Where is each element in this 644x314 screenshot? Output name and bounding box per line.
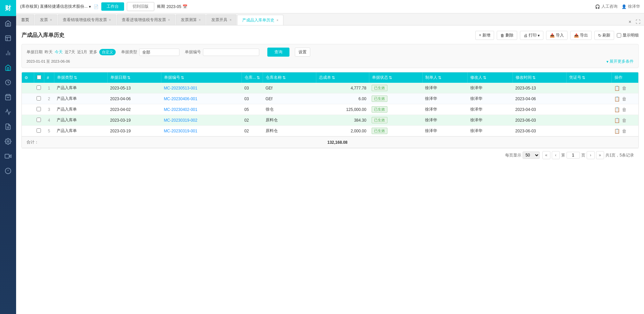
cell-number-0[interactable]: MC-20230513-001: [161, 83, 241, 93]
tab-history[interactable]: 产成品入库单历史 ×: [237, 15, 283, 25]
tab-home[interactable]: 首页: [16, 14, 34, 25]
cell-checkbox-2[interactable]: [34, 104, 44, 115]
per-page-select[interactable]: 20 50 100: [523, 151, 540, 159]
th-checkbox[interactable]: [34, 72, 44, 83]
date-7days[interactable]: 近7天: [65, 49, 75, 55]
th-status[interactable]: 单据状态⇅: [369, 72, 422, 83]
delete-btn-3[interactable]: 🗑: [622, 118, 627, 123]
edit-btn-0[interactable]: 📋: [614, 85, 620, 91]
first-page-btn[interactable]: «: [542, 151, 550, 159]
tab-invoice-close[interactable]: ×: [50, 18, 52, 22]
delete-btn-4[interactable]: 🗑: [622, 128, 627, 134]
th-total-cost[interactable]: 总成本⇅: [316, 72, 369, 83]
number-link-2[interactable]: MC-20230402-001: [164, 107, 197, 112]
period-calendar-icon[interactable]: 📅: [182, 4, 187, 9]
sidebar-item-warehouse[interactable]: [0, 60, 16, 75]
next-page-btn[interactable]: ›: [587, 151, 595, 159]
app-selector[interactable]: (库存核算) 直播轻捷通信息技术股份... ▾: [20, 4, 91, 9]
th-date[interactable]: 单据日期⇅: [107, 72, 161, 83]
doc-icon[interactable]: 📄: [94, 4, 99, 9]
sidebar-item-analytics[interactable]: [0, 46, 16, 60]
tab-sales-vat-close[interactable]: ×: [109, 18, 111, 22]
cell-number-1[interactable]: MC-20230406-001: [161, 93, 241, 104]
expand-conditions[interactable]: ▾ 展开更多条件: [606, 59, 634, 64]
tab-purchase-vat-close[interactable]: ×: [168, 18, 170, 22]
cell-number-3[interactable]: MC-20230319-002: [161, 115, 241, 126]
row-checkbox-4[interactable]: [37, 128, 41, 133]
oldver-button[interactable]: 切到旧版: [127, 2, 154, 11]
cell-checkbox-1[interactable]: [34, 93, 44, 104]
number-link-0[interactable]: MC-20230513-001: [164, 86, 197, 90]
row-checkbox-3[interactable]: [37, 118, 41, 122]
number-link-1[interactable]: MC-20230406-001: [164, 97, 197, 101]
delete-btn-1[interactable]: 🗑: [622, 96, 627, 102]
th-warehouse-name[interactable]: 仓库名称⇅: [263, 72, 316, 83]
tab-purchase-vat[interactable]: 查看进项增值税专用发票 ×: [117, 14, 175, 25]
app-dropdown-icon[interactable]: ▾: [89, 4, 91, 9]
sidebar-item-home[interactable]: [0, 16, 16, 31]
date-1month[interactable]: 近1月: [77, 49, 88, 55]
date-custom-tag[interactable]: 自定义: [99, 49, 116, 55]
sidebar-item-version[interactable]: [0, 164, 16, 178]
delete-btn-0[interactable]: 🗑: [622, 85, 627, 91]
tab-calc-close[interactable]: ×: [199, 18, 201, 22]
th-type[interactable]: 单据类型⇅: [54, 72, 107, 83]
cell-checkbox-4[interactable]: [34, 126, 44, 136]
date-today[interactable]: 今天: [55, 49, 63, 55]
date-yesterday[interactable]: 昨天: [45, 49, 53, 55]
print-button[interactable]: 🖨 打印 ▾: [520, 31, 543, 40]
import-button[interactable]: 📥 导入: [546, 31, 568, 40]
tab-calc[interactable]: 发票测算 ×: [176, 14, 206, 25]
type-select[interactable]: 全部 产品入库单: [139, 49, 179, 56]
user-service[interactable]: 🎧 人工咨询: [595, 4, 618, 9]
settings-icon[interactable]: ⚙: [24, 75, 28, 80]
sidebar-item-purchase[interactable]: [0, 90, 16, 105]
window-close-btn[interactable]: ×: [627, 18, 633, 25]
delete-btn-2[interactable]: 🗑: [622, 107, 627, 112]
number-link-4[interactable]: MC-20230319-001: [164, 129, 197, 133]
new-button[interactable]: + 新增: [475, 31, 494, 40]
cell-checkbox-0[interactable]: [34, 83, 44, 93]
th-modify-time[interactable]: 修改时间⇅: [513, 72, 566, 83]
cell-checkbox-3[interactable]: [34, 115, 44, 126]
sidebar-item-sales[interactable]: [0, 105, 16, 119]
cell-number-2[interactable]: MC-20230402-001: [161, 104, 241, 115]
tab-open[interactable]: 发票开具 ×: [206, 14, 236, 25]
row-checkbox-1[interactable]: [37, 96, 41, 101]
refresh-button[interactable]: ↻ 刷新: [594, 31, 614, 40]
select-all-checkbox[interactable]: [37, 75, 41, 79]
th-creator[interactable]: 制单人⇅: [422, 72, 467, 83]
th-voucher[interactable]: 凭证号⇅: [566, 72, 611, 83]
window-expand-btn[interactable]: ⛶: [635, 18, 641, 25]
query-button[interactable]: 查询: [267, 48, 289, 57]
page-number-input[interactable]: [567, 152, 580, 159]
sidebar-item-invoice[interactable]: [0, 31, 16, 46]
reset-button[interactable]: 设置: [295, 48, 310, 57]
date-more[interactable]: 更多: [89, 49, 97, 55]
row-checkbox-0[interactable]: [37, 85, 41, 90]
tab-sales-vat[interactable]: 查看销项增值税专用发票 ×: [58, 14, 116, 25]
tab-invoice[interactable]: 发票 ×: [35, 14, 57, 25]
th-number[interactable]: 单据编号⇅: [161, 72, 241, 83]
show-detail-checkbox[interactable]: 显示明细: [617, 33, 639, 38]
sidebar-item-media[interactable]: [0, 149, 16, 164]
th-modifier[interactable]: 修改人⇅: [468, 72, 513, 83]
prev-page-btn[interactable]: ‹: [552, 151, 560, 159]
number-link-3[interactable]: MC-20230319-002: [164, 118, 197, 123]
show-detail-input[interactable]: [617, 33, 621, 38]
user-profile[interactable]: 👤 徐泽华: [622, 4, 640, 9]
edit-btn-2[interactable]: 📋: [614, 107, 620, 112]
tab-history-close[interactable]: ×: [276, 18, 278, 22]
number-filter-input[interactable]: [203, 49, 259, 56]
sidebar-item-finance[interactable]: [0, 75, 16, 90]
cell-number-4[interactable]: MC-20230319-001: [161, 126, 241, 136]
workstation-button[interactable]: 工作台: [101, 2, 124, 11]
last-page-btn[interactable]: »: [596, 151, 604, 159]
row-checkbox-2[interactable]: [37, 107, 41, 111]
sidebar-item-settings[interactable]: [0, 134, 16, 149]
th-warehouse-code[interactable]: 仓库...⇅: [242, 72, 263, 83]
export-button[interactable]: 📤 导出: [570, 31, 592, 40]
edit-btn-4[interactable]: 📋: [614, 128, 620, 134]
sidebar-item-report[interactable]: [0, 119, 16, 134]
th-settings[interactable]: ⚙: [22, 72, 34, 83]
